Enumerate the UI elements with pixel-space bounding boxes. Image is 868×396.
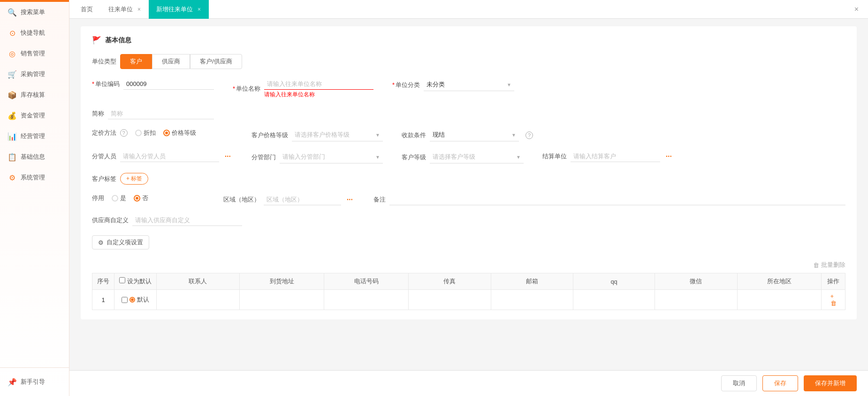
table-toolbar: 🗑 批量删除 bbox=[92, 261, 845, 269]
tag-add-btn[interactable]: + 标签 bbox=[120, 173, 148, 185]
region-field: 区域（地区） ··· bbox=[223, 194, 355, 205]
sidebar-item-quick-nav[interactable]: ⊙ 快捷导航 bbox=[0, 23, 69, 43]
custom-settings-row: ⚙ 自定义项设置 bbox=[92, 235, 845, 255]
row-checkbox[interactable] bbox=[122, 297, 128, 303]
sidebar-item-label: 基础信息 bbox=[21, 153, 45, 161]
sidebar-item-search[interactable]: 🔍 搜索菜单 bbox=[0, 2, 69, 23]
region-more-btn[interactable]: ··· bbox=[345, 195, 355, 204]
region-input[interactable] bbox=[264, 194, 341, 205]
email-input[interactable] bbox=[496, 295, 569, 305]
th-fax: 传真 bbox=[409, 273, 491, 290]
guide-icon: 📌 bbox=[8, 377, 17, 387]
disabled-no-radio[interactable]: 否 bbox=[134, 194, 148, 202]
tabbar-close-all[interactable]: × bbox=[849, 5, 864, 14]
manager-more-btn[interactable]: ··· bbox=[223, 152, 233, 161]
th-region: 所在地区 bbox=[737, 273, 822, 290]
wechat-input[interactable] bbox=[660, 295, 732, 305]
customer-level-select[interactable]: 请选择客户等级 ▼ bbox=[430, 151, 524, 163]
save-and-new-button[interactable]: 保存并新增 bbox=[804, 375, 857, 391]
pricing-method-field: 定价方法 ? 折扣 价格等级 bbox=[92, 129, 233, 137]
sidebar-item-operations[interactable]: 📊 经营管理 bbox=[0, 126, 69, 147]
th-default: 设为默认 bbox=[114, 273, 157, 290]
delete-row-btn[interactable]: 🗑 bbox=[830, 300, 837, 307]
customer-price-level-select[interactable]: 请选择客户价格等级 ▼ bbox=[292, 129, 383, 141]
sidebar-item-label: 经营管理 bbox=[21, 132, 45, 140]
payment-help-icon[interactable]: ? bbox=[525, 132, 533, 139]
payment-terms-select[interactable]: 现结 ▼ bbox=[430, 129, 519, 141]
tab-home[interactable]: 首页 bbox=[73, 0, 101, 19]
phone-input[interactable] bbox=[329, 295, 404, 305]
finance-icon: 💰 bbox=[8, 111, 17, 120]
customer-level-label: 客户等级 bbox=[402, 153, 426, 162]
sidebar-item-system[interactable]: ⚙ 系统管理 bbox=[0, 167, 69, 188]
unit-code-input[interactable] bbox=[123, 78, 214, 90]
sidebar-item-finance[interactable]: 💰 资金管理 bbox=[0, 105, 69, 126]
sidebar-item-sales[interactable]: ◎ 销售管理 bbox=[0, 43, 69, 64]
add-row-btn[interactable]: + bbox=[830, 293, 834, 300]
page-content: 🚩 基本信息 单位类型 客户 供应商 客户/供应商 *单位编码 bbox=[69, 19, 868, 370]
disabled-yes-label: 是 bbox=[120, 194, 126, 202]
sidebar-item-inventory[interactable]: 📦 库存核算 bbox=[0, 85, 69, 105]
tab-contacts[interactable]: 往来单位 × bbox=[101, 0, 149, 19]
department-label: 分管部门 bbox=[251, 153, 276, 162]
disabled-field: 停用 是 否 bbox=[92, 194, 205, 202]
supplier-custom-row: 供应商自定义 bbox=[92, 215, 845, 226]
th-email: 邮箱 bbox=[491, 273, 573, 290]
th-seq: 序号 bbox=[92, 273, 114, 290]
pricing-discount-radio[interactable]: 折扣 bbox=[135, 129, 156, 137]
contact-input[interactable] bbox=[161, 295, 235, 305]
unit-type-supplier-btn[interactable]: 供应商 bbox=[152, 54, 190, 69]
settlement-unit-label: 结算单位 bbox=[542, 152, 567, 161]
unit-category-label: *单位分类 bbox=[392, 81, 420, 89]
td-region bbox=[737, 290, 822, 310]
sidebar-item-guide[interactable]: 📌 新手引导 bbox=[0, 372, 69, 392]
batch-delete-btn[interactable]: 🗑 批量删除 bbox=[813, 261, 845, 269]
tabbar: 首页 往来单位 × 新增往来单位 × × bbox=[69, 0, 868, 19]
settlement-unit-input[interactable] bbox=[571, 151, 660, 162]
cancel-button[interactable]: 取消 bbox=[721, 375, 757, 391]
unit-type-both-btn[interactable]: 客户/供应商 bbox=[190, 54, 242, 69]
unit-type-row: 单位类型 客户 供应商 客户/供应商 bbox=[92, 54, 845, 69]
tab-new-contact-close[interactable]: × bbox=[198, 6, 201, 13]
fax-input[interactable] bbox=[413, 295, 486, 305]
disabled-label: 停用 bbox=[92, 194, 104, 202]
custom-settings-btn[interactable]: ⚙ 自定义项设置 bbox=[92, 235, 149, 249]
unit-name-label: *单位名称 bbox=[233, 85, 260, 93]
tab-new-contact[interactable]: 新增往来单位 × bbox=[149, 0, 209, 19]
notes-input[interactable] bbox=[389, 194, 845, 205]
supplier-custom-input[interactable] bbox=[132, 215, 242, 226]
table-region-input[interactable] bbox=[742, 295, 817, 305]
unit-name-input[interactable] bbox=[264, 78, 373, 90]
short-name-input[interactable] bbox=[108, 108, 214, 119]
pricing-discount-circle bbox=[135, 130, 142, 136]
customer-price-level-field: 客户价格等级 请选择客户价格等级 ▼ bbox=[251, 129, 383, 141]
customer-level-field: 客户等级 请选择客户等级 ▼ bbox=[402, 151, 524, 163]
notes-field: 备注 bbox=[373, 194, 845, 205]
unit-type-customer-btn[interactable]: 客户 bbox=[120, 54, 152, 69]
pricing-level-radio[interactable]: 价格等级 bbox=[163, 129, 196, 137]
sidebar-item-base-info[interactable]: 📋 基础信息 bbox=[0, 147, 69, 167]
disabled-yes-radio[interactable]: 是 bbox=[112, 194, 126, 202]
th-phone: 电话号码 bbox=[324, 273, 409, 290]
tab-contacts-close[interactable]: × bbox=[137, 6, 141, 13]
contacts-table: 序号 设为默认 联系人 到货地址 电话号码 传真 邮箱 qq 微信 所在地区 bbox=[92, 273, 845, 310]
save-button[interactable]: 保存 bbox=[762, 375, 798, 391]
sidebar-item-purchase[interactable]: 🛒 采购管理 bbox=[0, 64, 69, 85]
pricing-help-icon[interactable]: ? bbox=[120, 129, 128, 137]
select-all-checkbox[interactable] bbox=[119, 277, 125, 283]
department-select[interactable]: 请输入分管部门 ▼ bbox=[280, 151, 383, 163]
settlement-more-btn[interactable]: ··· bbox=[664, 152, 674, 161]
qq-input[interactable] bbox=[578, 295, 650, 305]
unit-category-select[interactable]: 未分类 ▼ bbox=[424, 78, 514, 91]
sales-icon: ◎ bbox=[8, 49, 17, 58]
customer-level-placeholder: 请选择客户等级 bbox=[433, 153, 514, 161]
operations-icon: 📊 bbox=[8, 132, 17, 141]
tab-new-contact-label: 新增往来单位 bbox=[156, 5, 193, 14]
address-input[interactable] bbox=[244, 295, 319, 305]
supplier-custom-label: 供应商自定义 bbox=[92, 216, 129, 225]
manager-input[interactable] bbox=[120, 151, 219, 162]
search-icon: 🔍 bbox=[8, 8, 17, 17]
default-radio[interactable]: 默认 bbox=[129, 295, 149, 304]
batch-delete-label: 批量删除 bbox=[821, 261, 845, 269]
table-header: 序号 设为默认 联系人 到货地址 电话号码 传真 邮箱 qq 微信 所在地区 bbox=[92, 273, 845, 290]
